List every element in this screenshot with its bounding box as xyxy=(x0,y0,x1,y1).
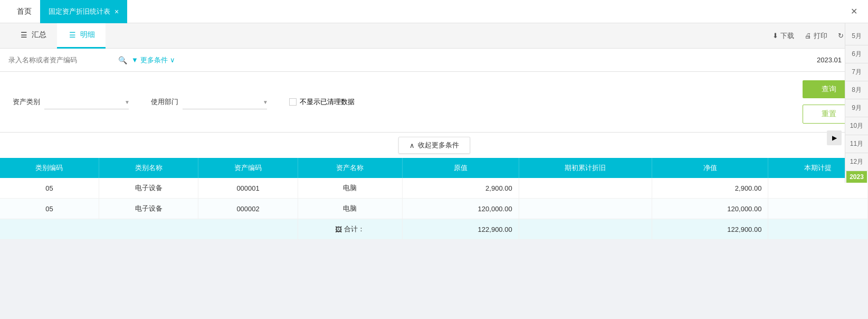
total-current-depreciation xyxy=(768,219,868,240)
cell-accumulated-depreciation xyxy=(519,178,652,199)
tab-summary[interactable]: ☰ 汇总 xyxy=(8,23,57,49)
cell-original-value: 2,900.00 xyxy=(403,178,519,199)
search-icon: 🔍 xyxy=(118,56,127,64)
search-bar: 🔍 ▼ 更多条件 ∨ ▶ 2023.01 xyxy=(0,49,868,72)
department-filter: 使用部门 ▼ xyxy=(151,95,268,109)
hide-cleared-checkbox[interactable]: 不显示已清理数据 xyxy=(289,97,355,107)
cell-current-depreciation xyxy=(768,199,868,219)
close-window-button[interactable]: ✕ xyxy=(851,6,857,16)
top-nav: 首页 固定资产折旧统计表 × ✕ xyxy=(0,0,868,23)
cell-asset-code: 000002 xyxy=(198,199,298,219)
cell-asset-name: 电脑 xyxy=(298,199,402,219)
right-panel-month-12月[interactable]: 12月 xyxy=(845,153,868,171)
table-row: 05 电子设备 000002 电脑 120,000.00 120,000.00 xyxy=(0,199,868,219)
asset-category-select[interactable] xyxy=(44,95,129,109)
checkbox-icon xyxy=(289,98,297,106)
download-button[interactable]: ⬇ 下载 xyxy=(772,31,794,41)
active-tab: 固定资产折旧统计表 × xyxy=(40,0,127,23)
right-panel-month-6月[interactable]: 6月 xyxy=(845,45,868,63)
date-label: 2023.01 xyxy=(817,56,842,64)
cell-net-value: 120,000.00 xyxy=(652,199,768,219)
col-net-value: 净值 xyxy=(652,158,768,178)
download-icon: ⬇ xyxy=(772,32,778,40)
home-link[interactable]: 首页 xyxy=(8,7,40,16)
print-label: 打印 xyxy=(814,31,827,41)
collapse-label: 收起更多条件 xyxy=(418,140,459,150)
cell-accumulated-depreciation xyxy=(519,199,652,219)
close-tab-button[interactable]: × xyxy=(115,7,119,16)
total-accumulated-depreciation xyxy=(519,219,652,240)
right-panel-month-11月[interactable]: 11月 xyxy=(845,135,868,153)
cell-net-value: 2,900.00 xyxy=(652,178,768,199)
right-panel-month-10月[interactable]: 10月 xyxy=(845,117,868,135)
tab-summary-label: 汇总 xyxy=(32,30,46,40)
arrow-right-icon: ▶ xyxy=(832,134,837,142)
right-panel-year: 2023 xyxy=(846,171,867,183)
table-row: 05 电子设备 000001 电脑 2,900.00 2,900.00 xyxy=(0,178,868,199)
main-table: 类别编码 类别名称 资产编码 资产名称 原值 期初累计折旧 净值 本期计提 05… xyxy=(0,158,868,240)
table-header-row: 类别编码 类别名称 资产编码 资产名称 原值 期初累计折旧 净值 本期计提 xyxy=(0,158,868,178)
cell-original-value: 120,000.00 xyxy=(403,199,519,219)
detail-icon: ☰ xyxy=(68,30,77,40)
cell-category-code: 05 xyxy=(0,199,99,219)
department-label: 使用部门 xyxy=(151,97,178,107)
cell-category-code: 05 xyxy=(0,178,99,199)
department-select[interactable] xyxy=(183,95,267,109)
filter-row: 资产类别 ▼ 使用部门 ▼ 不显示已清理数据 查询 重置 xyxy=(13,80,855,124)
total-icon: 🖼 xyxy=(335,226,342,233)
col-asset-code: 资产编码 xyxy=(198,158,298,178)
filter-icon: ▼ xyxy=(131,56,138,64)
chevron-down-icon: ∨ xyxy=(170,56,175,64)
asset-category-label: 资产类别 xyxy=(13,97,40,107)
print-icon: 🖨 xyxy=(805,32,812,40)
asset-category-filter: 资产类别 ▼ xyxy=(13,95,130,109)
more-conditions-label: 更多条件 xyxy=(140,55,168,65)
nav-arrow-button[interactable]: ▶ xyxy=(827,130,842,145)
col-category-code: 类别编码 xyxy=(0,158,99,178)
cell-asset-name: 电脑 xyxy=(298,178,402,199)
more-conditions-button[interactable]: ▼ 更多条件 ∨ xyxy=(131,55,175,65)
search-input[interactable] xyxy=(8,56,114,64)
right-panel-month-9月[interactable]: 9月 xyxy=(845,99,868,117)
col-original-value: 原值 xyxy=(403,158,519,178)
total-original-value: 122,900.00 xyxy=(403,219,519,240)
cell-category-name: 电子设备 xyxy=(99,199,198,219)
total-label-cell xyxy=(0,219,298,240)
total-row: 🖼 合计： 122,900.00 122,900.00 xyxy=(0,219,868,240)
col-asset-name: 资产名称 xyxy=(298,158,402,178)
print-button[interactable]: 🖨 打印 xyxy=(805,31,827,41)
collapse-icon: ∧ xyxy=(409,142,415,149)
tab-label: 固定资产折旧统计表 xyxy=(49,7,110,16)
right-panel-month-5月[interactable]: 5月 xyxy=(845,27,868,45)
summary-icon: ☰ xyxy=(19,30,28,40)
cell-category-name: 电子设备 xyxy=(99,178,198,199)
col-accumulated-depreciation: 期初累计折旧 xyxy=(519,158,652,178)
table-body: 05 电子设备 000001 电脑 2,900.00 2,900.00 05 电… xyxy=(0,178,868,240)
collapse-row: ∧ 收起更多条件 xyxy=(0,133,868,158)
tab-detail-label: 明细 xyxy=(80,30,95,40)
collapse-button[interactable]: ∧ 收起更多条件 xyxy=(398,137,470,154)
download-label: 下载 xyxy=(780,31,794,41)
filter-area: 资产类别 ▼ 使用部门 ▼ 不显示已清理数据 查询 重置 xyxy=(0,72,868,133)
asset-category-arrow-icon: ▼ xyxy=(125,99,130,105)
hide-cleared-label: 不显示已清理数据 xyxy=(300,97,355,107)
tab-detail[interactable]: ☰ 明细 xyxy=(57,23,106,49)
sub-tabs-bar: ☰ 汇总 ☰ 明细 ⬇ 下载 🖨 打印 ↻ 刷新 xyxy=(0,23,868,49)
right-panel-month-7月[interactable]: 7月 xyxy=(845,63,868,81)
cell-asset-code: 000001 xyxy=(198,178,298,199)
total-net-value: 122,900.00 xyxy=(652,219,768,240)
right-panel-month-8月[interactable]: 8月 xyxy=(845,81,868,99)
department-arrow-icon: ▼ xyxy=(263,99,268,105)
col-category-name: 类别名称 xyxy=(99,158,198,178)
right-panel: 5月6月7月8月9月10月11月12月2023 xyxy=(845,23,868,183)
table-container: 类别编码 类别名称 资产编码 资产名称 原值 期初累计折旧 净值 本期计提 05… xyxy=(0,158,868,240)
total-label: 🖼 合计： xyxy=(298,219,402,240)
refresh-icon: ↻ xyxy=(838,32,844,40)
